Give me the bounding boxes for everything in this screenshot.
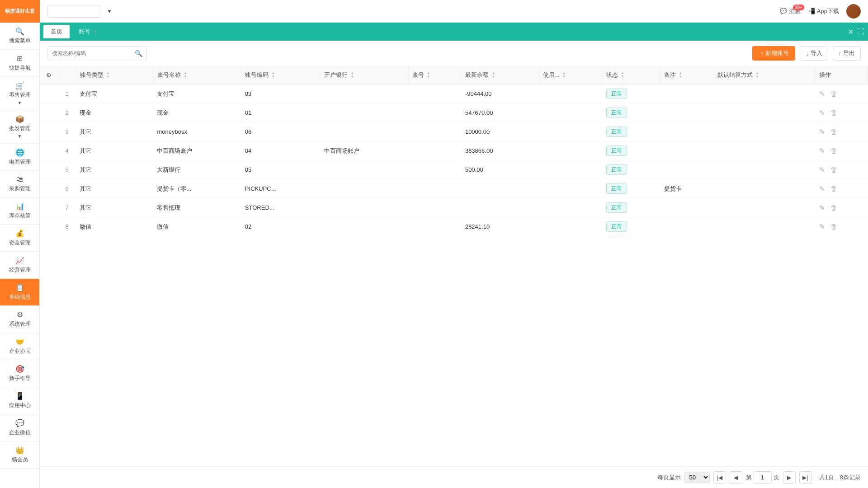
sidebar-item-inventory[interactable]: 📊 库存核算: [0, 197, 39, 225]
sidebar-item-system[interactable]: ⚙ 系统管理: [0, 306, 39, 333]
edit-icon[interactable]: ✎: [819, 185, 825, 193]
delete-icon[interactable]: 🗑: [830, 223, 837, 230]
sidebar-item-search[interactable]: 🔍 搜索菜单: [0, 23, 39, 50]
sidebar-item-label: 零售管理: [9, 91, 31, 99]
search-box: 🔍: [47, 47, 146, 60]
tab-home[interactable]: 首页: [43, 25, 70, 38]
delete-icon[interactable]: 🗑: [830, 128, 837, 136]
add-account-button[interactable]: + 新增账号: [752, 46, 795, 61]
row-balance-cell: 383866.00: [462, 141, 539, 160]
row-usage-cell: [539, 122, 602, 141]
col-remark-label: 备注: [664, 71, 676, 79]
page-next-button[interactable]: ▶: [783, 471, 796, 484]
sidebar-item-agreement[interactable]: 🤝 企业协同: [0, 333, 39, 360]
tab-close-icon[interactable]: ✕: [93, 29, 97, 34]
sidebar-item-basic[interactable]: 📋 基础信息: [0, 279, 39, 306]
delete-icon[interactable]: 🗑: [830, 109, 837, 117]
sidebar-item-operations[interactable]: 📈 经营管理: [0, 252, 39, 279]
operations-icon: 📈: [15, 256, 24, 265]
delete-icon[interactable]: 🗑: [830, 147, 837, 155]
page-last-button[interactable]: ▶|: [799, 471, 812, 484]
col-bank[interactable]: 开户银行 ▲▼: [321, 66, 408, 84]
row-account-cell: [408, 198, 462, 217]
sidebar-item-purchase[interactable]: 🛍 采购管理: [0, 171, 39, 197]
col-usage[interactable]: 使用... ▲▼: [539, 66, 602, 84]
delete-icon[interactable]: 🗑: [830, 204, 837, 211]
sort-icon: ▲▼: [184, 71, 187, 79]
col-status[interactable]: 状态 ▲▼: [603, 66, 660, 84]
col-type[interactable]: 账号类型 ▲▼: [76, 66, 153, 84]
sort-icon: ▲▼: [621, 71, 624, 79]
tab-close-all-icon[interactable]: ✕: [848, 28, 854, 36]
col-name[interactable]: 账号名称 ▲▼: [153, 66, 241, 84]
import-label: 导入: [811, 49, 822, 57]
delete-icon[interactable]: 🗑: [830, 90, 837, 98]
sidebar-item-retail[interactable]: 🛒 零售管理 ▼: [0, 77, 39, 110]
page-prev-button[interactable]: ◀: [730, 471, 742, 484]
app-download-button[interactable]: 📲 App下载: [808, 7, 839, 15]
col-remark[interactable]: 备注 ▲▼: [660, 66, 714, 84]
col-settings[interactable]: ⚙: [40, 66, 58, 84]
sidebar-item-label: 搜索菜单: [9, 37, 31, 45]
topbar-dropdown[interactable]: ▼: [107, 8, 112, 14]
tab-account[interactable]: 账号 ✕: [71, 25, 104, 38]
delete-icon[interactable]: 🗑: [830, 185, 837, 192]
row-usage-cell: [539, 103, 602, 122]
message-button[interactable]: 💬 消息 99+: [780, 7, 801, 15]
app-logo: 畅捷通好生意: [0, 0, 40, 23]
edit-icon[interactable]: ✎: [819, 90, 825, 98]
col-default-settle[interactable]: 默认结算方式 ▲▼: [713, 66, 815, 84]
edit-icon[interactable]: ✎: [819, 166, 825, 174]
row-type-cell: 支付宝: [76, 84, 153, 103]
col-account-label: 账号: [412, 71, 424, 79]
import-button[interactable]: ↓ 导入: [800, 46, 828, 61]
export-icon: ↑: [839, 50, 842, 57]
col-code-label: 账号编码: [245, 71, 269, 79]
edit-icon[interactable]: ✎: [819, 109, 825, 117]
sidebar-item-appcenter[interactable]: 📱 应用中心: [0, 387, 39, 414]
app-download-label: App下载: [817, 7, 839, 15]
col-default-settle-label: 默认结算方式: [717, 71, 753, 79]
search-button[interactable]: 🔍: [131, 47, 146, 60]
tab-expand-icon[interactable]: ⛶: [857, 28, 864, 36]
sidebar-item-shortcut[interactable]: ⊞ 快捷导航: [0, 50, 39, 77]
row-balance-cell: 500.00: [462, 160, 539, 179]
delete-icon[interactable]: 🗑: [830, 166, 837, 174]
sidebar-item-ecommerce[interactable]: 🌐 电商管理: [0, 144, 39, 171]
row-name-cell: 大新银行: [153, 160, 241, 179]
sidebar-item-label: 企业协同: [9, 347, 31, 355]
page-first-button[interactable]: |◀: [713, 471, 726, 484]
tabbar: 首页 账号 ✕ ✕ ⛶: [40, 23, 868, 41]
row-account-cell: [408, 217, 462, 236]
page-input[interactable]: [754, 471, 772, 484]
sidebar-item-capital[interactable]: 💰 资金管理: [0, 225, 39, 252]
sidebar-item-label: 资金管理: [9, 239, 31, 247]
edit-icon[interactable]: ✎: [819, 204, 825, 212]
row-type-cell: 微信: [76, 217, 153, 236]
sidebar-item-member[interactable]: 👑 畅会员: [0, 441, 39, 469]
search-input[interactable]: [47, 47, 131, 59]
user-avatar[interactable]: [846, 4, 861, 19]
row-remark-cell: [660, 217, 714, 236]
sidebar-item-guide[interactable]: 🎯 新手引导: [0, 360, 39, 387]
sidebar-item-label: 库存核算: [9, 212, 31, 220]
col-balance[interactable]: 最新余额 ▲▼: [462, 66, 539, 84]
row-account-cell: [408, 122, 462, 141]
edit-icon[interactable]: ✎: [819, 128, 825, 136]
col-account[interactable]: 账号 ▲▼: [408, 66, 462, 84]
edit-icon[interactable]: ✎: [819, 147, 825, 155]
table-row: 4 其它 中百商场账户 04 中百商场账户 383866.00 正常 ✎ 🗑: [40, 141, 868, 160]
table-row: 7 其它 零售抵现 STORED... 正常 ✎ 🗑: [40, 198, 868, 217]
export-button[interactable]: ↑ 导出: [833, 46, 861, 61]
sidebar-item-wechat[interactable]: 💬 企业微信: [0, 414, 39, 441]
row-bank-cell: [321, 160, 408, 179]
row-status-cell: 正常: [603, 141, 660, 160]
tab-account-label: 账号: [79, 28, 90, 36]
row-name-cell: 中百商场账户: [153, 141, 241, 160]
chevron-down-icon: ▼: [18, 134, 22, 139]
topbar-search-input[interactable]: [47, 5, 101, 18]
edit-icon[interactable]: ✎: [819, 223, 825, 231]
per-page-select[interactable]: 50 20 100: [684, 472, 710, 483]
sidebar-item-wholesale[interactable]: 📦 批发管理 ▼: [0, 110, 39, 144]
col-code[interactable]: 账号编码 ▲▼: [241, 66, 321, 84]
